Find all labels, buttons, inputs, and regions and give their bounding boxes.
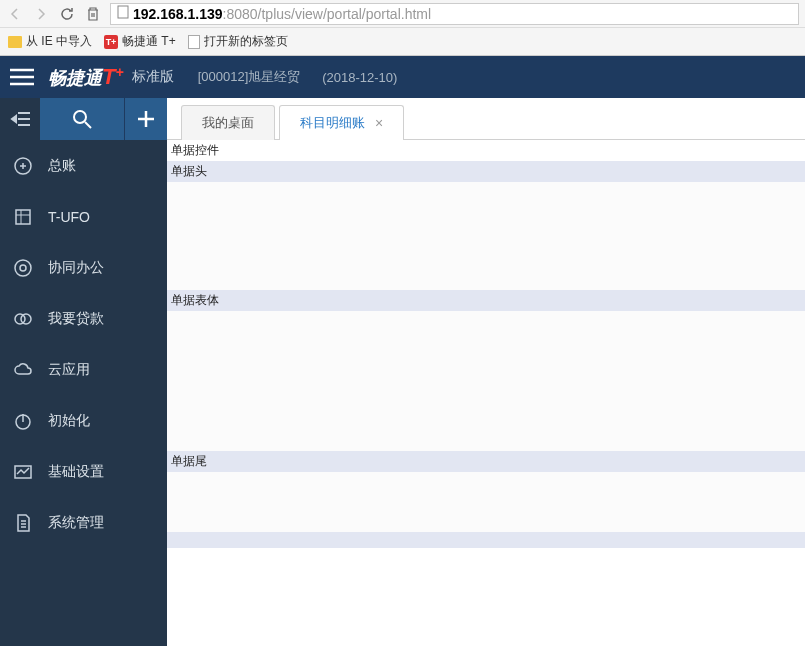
- sidebar-item-settings[interactable]: 基础设置: [0, 446, 167, 497]
- edition-label: 标准版: [132, 68, 174, 86]
- tab-desktop[interactable]: 我的桌面: [181, 105, 275, 140]
- url-bar[interactable]: 192.168.1.139:8080/tplus/view/portal/por…: [110, 3, 799, 25]
- document-header-label: 单据头: [167, 161, 805, 182]
- close-icon[interactable]: ×: [375, 116, 383, 130]
- add-button[interactable]: [125, 98, 167, 140]
- document-footer-body: [167, 472, 805, 532]
- document-icon: [12, 512, 34, 534]
- svg-point-7: [21, 314, 31, 324]
- bookmark-label: 打开新的标签页: [204, 33, 288, 50]
- outdent-button[interactable]: [0, 98, 40, 140]
- ledger-icon: [12, 155, 34, 177]
- app-header: 畅捷通T+ 标准版 [000012]旭星经贸 (2018-12-10): [0, 56, 805, 98]
- page-icon: [188, 35, 200, 49]
- bookmark-label: 从 IE 中导入: [26, 33, 92, 50]
- sidebar-item-label: 协同办公: [48, 259, 104, 277]
- cloud-icon: [12, 359, 34, 381]
- tab-label: 科目明细账: [300, 114, 365, 132]
- svg-point-1: [74, 111, 86, 123]
- reload-button[interactable]: [58, 5, 76, 23]
- power-icon: [12, 410, 34, 432]
- bookmark-tplus[interactable]: T+ 畅捷通 T+: [104, 33, 176, 50]
- tplus-icon: T+: [104, 35, 118, 49]
- document-body-body: [167, 311, 805, 451]
- chart-icon: [12, 461, 34, 483]
- document-area: 单据控件 单据头 单据表体 单据尾: [167, 140, 805, 646]
- sidebar: 总账 T-UFO 协同办公 我要贷款 云应用 初始化: [0, 98, 167, 646]
- sidebar-top-actions: [0, 98, 167, 140]
- sidebar-item-label: T-UFO: [48, 209, 90, 225]
- sidebar-item-tufo[interactable]: T-UFO: [0, 191, 167, 242]
- sidebar-item-ledger[interactable]: 总账: [0, 140, 167, 191]
- sidebar-item-label: 系统管理: [48, 514, 104, 532]
- sidebar-menu: 总账 T-UFO 协同办公 我要贷款 云应用 初始化: [0, 140, 167, 548]
- document-header-body: [167, 182, 805, 290]
- tab-label: 我的桌面: [202, 114, 254, 132]
- report-icon: [12, 206, 34, 228]
- svg-point-4: [15, 260, 31, 276]
- tab-detail-ledger[interactable]: 科目明细账 ×: [279, 105, 404, 140]
- brand-logo: 畅捷通T+: [48, 64, 124, 90]
- content-area: 我的桌面 科目明细账 × 单据控件 单据头 单据表体 单据尾: [167, 98, 805, 646]
- svg-rect-3: [16, 210, 30, 224]
- bookmark-ie-import[interactable]: 从 IE 中导入: [8, 33, 92, 50]
- tab-bar: 我的桌面 科目明细账 ×: [167, 98, 805, 140]
- document-control-label: 单据控件: [167, 140, 805, 161]
- sidebar-item-system[interactable]: 系统管理: [0, 497, 167, 548]
- date-info: (2018-12-10): [322, 70, 397, 85]
- sidebar-item-cloud[interactable]: 云应用: [0, 344, 167, 395]
- bookmark-new-tab[interactable]: 打开新的标签页: [188, 33, 288, 50]
- document-trailing-band: [167, 532, 805, 548]
- trash-button[interactable]: [84, 5, 102, 23]
- money-icon: [12, 308, 34, 330]
- target-icon: [12, 257, 34, 279]
- sidebar-item-init[interactable]: 初始化: [0, 395, 167, 446]
- sidebar-item-label: 基础设置: [48, 463, 104, 481]
- back-button[interactable]: [6, 5, 24, 23]
- sidebar-item-label: 云应用: [48, 361, 90, 379]
- document-body-label: 单据表体: [167, 290, 805, 311]
- hamburger-icon[interactable]: [10, 68, 34, 86]
- svg-point-5: [20, 265, 26, 271]
- folder-icon: [8, 36, 22, 48]
- company-info: [000012]旭星经贸: [198, 68, 301, 86]
- sidebar-item-label: 总账: [48, 157, 76, 175]
- sidebar-item-collab[interactable]: 协同办公: [0, 242, 167, 293]
- bookmarks-bar: 从 IE 中导入 T+ 畅捷通 T+ 打开新的标签页: [0, 28, 805, 56]
- sidebar-item-loan[interactable]: 我要贷款: [0, 293, 167, 344]
- sidebar-item-label: 初始化: [48, 412, 90, 430]
- sidebar-item-label: 我要贷款: [48, 310, 104, 328]
- document-footer-label: 单据尾: [167, 451, 805, 472]
- url-text: 192.168.1.139:8080/tplus/view/portal/por…: [133, 6, 792, 22]
- svg-rect-0: [118, 6, 128, 18]
- page-icon: [117, 5, 129, 22]
- browser-toolbar: 192.168.1.139:8080/tplus/view/portal/por…: [0, 0, 805, 28]
- search-button[interactable]: [40, 98, 125, 140]
- bookmark-label: 畅捷通 T+: [122, 33, 176, 50]
- forward-button[interactable]: [32, 5, 50, 23]
